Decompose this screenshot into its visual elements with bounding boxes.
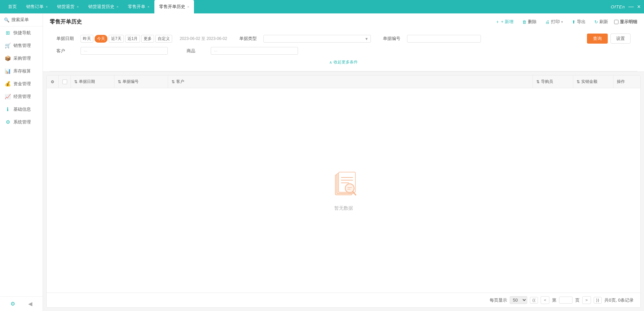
collapse-icon[interactable]: ◀: [28, 301, 32, 307]
display-detail-toggle[interactable]: 显示明细: [614, 19, 637, 25]
filter-actions: 查询 设置: [587, 34, 631, 44]
new-icon: ＋: [495, 19, 500, 25]
search-icon: 🔍: [4, 17, 9, 22]
next-page-btn[interactable]: ＞: [582, 296, 591, 304]
customer-label: 客户: [56, 48, 75, 54]
header-checkbox[interactable]: [62, 80, 67, 84]
refresh-button[interactable]: ↻ 刷新: [592, 17, 611, 26]
th-check[interactable]: [59, 75, 71, 88]
collapse-row[interactable]: ∧ 收起更多条件: [56, 58, 631, 68]
empty-illustration: [327, 170, 360, 200]
empty-state: 暂无数据: [47, 88, 640, 293]
page-label-post: 页: [575, 297, 580, 303]
tab-retail-open-history[interactable]: 零售开单历史×: [154, 0, 194, 13]
sidebar-icon-finance: 💰: [5, 81, 11, 87]
sidebar-item-finance[interactable]: 💰资金管理: [0, 77, 43, 90]
sidebar-label-operations: 经营管理: [13, 94, 31, 100]
page-label-pre: 第: [552, 297, 556, 303]
delete-icon: 🗑: [522, 19, 527, 24]
th-num[interactable]: ⇅ 单据编号: [114, 75, 168, 88]
doc-type-select[interactable]: ▾: [263, 35, 371, 43]
th-amount[interactable]: ⇅ 实销金额: [573, 75, 613, 88]
minimize-btn[interactable]: —: [628, 4, 634, 10]
tab-close-retail-open[interactable]: ×: [147, 5, 149, 9]
th-guide[interactable]: ⇅ 导购员: [533, 75, 573, 88]
sidebar-item-basic-info[interactable]: ℹ基础信息: [0, 103, 43, 116]
sidebar-icon-operations: 📈: [5, 94, 11, 100]
sidebar-search-label: 搜索采单: [11, 17, 29, 23]
sidebar-icon-purchase-mgmt: 📦: [5, 55, 11, 61]
sidebar-icon-quick-nav: ⊞: [5, 30, 11, 36]
th-date[interactable]: ⇅ 单据日期: [71, 75, 114, 88]
sidebar-icon-basic-info: ℹ: [5, 106, 11, 112]
empty-text: 暂无数据: [334, 205, 353, 211]
sidebar-label-inventory: 库存核算: [13, 68, 31, 74]
sidebar-item-sales-mgmt[interactable]: 🛒销售管理: [0, 39, 43, 52]
page-header: 零售开单历史 ＋ + 新增 🗑 删除 🖨 打印 ▾: [43, 13, 644, 72]
tab-sales-return-history[interactable]: 销货退货历史×: [84, 0, 123, 13]
setting-button[interactable]: 设置: [610, 34, 631, 44]
tab-close-sales-return[interactable]: ×: [77, 5, 79, 9]
tab-sales-return[interactable]: 销货退货×: [52, 0, 83, 13]
last-page-btn[interactable]: ⟩⟩: [594, 297, 602, 304]
prev-page-btn[interactable]: ＜: [541, 296, 549, 304]
print-icon: 🖨: [545, 19, 550, 24]
new-button[interactable]: ＋ + 新增: [493, 17, 516, 26]
export-icon: ⬆: [572, 19, 576, 24]
tab-bar: 首页销售订单×销货退货×销货退货历史×零售开单×零售开单历史× OfTEn — …: [0, 0, 644, 13]
th-action: 操作: [613, 75, 640, 88]
page-title: 零售开单历史: [50, 18, 82, 25]
date-btn-自定义[interactable]: 自定义: [155, 35, 172, 43]
page-input[interactable]: 1: [559, 297, 573, 304]
sidebar-label-quick-nav: 快捷导航: [13, 30, 31, 36]
sidebar-bottom: ⚙ ◀: [0, 296, 43, 311]
query-button[interactable]: 查询: [587, 34, 608, 44]
sidebar-label-basic-info: 基础信息: [13, 106, 31, 112]
th-customer[interactable]: ⇅ 客户: [168, 75, 533, 88]
display-detail-checkbox[interactable]: [614, 20, 618, 24]
close-btn[interactable]: ×: [637, 3, 641, 10]
first-page-btn[interactable]: ⟨⟨: [530, 297, 538, 304]
sidebar-icon-inventory: 📊: [5, 68, 11, 74]
doc-type-label: 单据类型: [239, 36, 258, 42]
print-button[interactable]: 🖨 打印 ▾: [543, 17, 566, 26]
tab-close-sales-order[interactable]: ×: [46, 5, 48, 9]
sidebar-search[interactable]: 🔍 搜索采单: [0, 13, 43, 27]
date-btn-昨天[interactable]: 昨天: [81, 35, 93, 43]
date-btn-今天[interactable]: 今天: [95, 35, 107, 43]
customer-placeholder: ···: [84, 48, 87, 53]
sidebar-item-operations[interactable]: 📈经营管理: [0, 90, 43, 103]
delete-button[interactable]: 🗑 删除: [519, 17, 539, 26]
date-btn-更多[interactable]: 更多: [141, 35, 154, 43]
customer-input[interactable]: ···: [81, 47, 168, 55]
sidebar-icon-system: ⚙: [5, 119, 11, 125]
sidebar-item-quick-nav[interactable]: ⊞快捷导航: [0, 27, 43, 39]
sidebar-item-system[interactable]: ⚙系统管理: [0, 116, 43, 128]
export-button[interactable]: ⬆ 导出: [569, 17, 588, 26]
sidebar-item-inventory[interactable]: 📊库存核算: [0, 65, 43, 77]
table-area: ⚙ ⇅ 单据日期 ⇅ 单据编号 ⇅ 客户 ⇅ 导购员: [46, 75, 641, 308]
content-area: 零售开单历史 ＋ + 新增 🗑 删除 🖨 打印 ▾: [43, 13, 644, 311]
tab-close-sales-return-history[interactable]: ×: [116, 5, 118, 9]
refresh-icon: ↻: [594, 19, 598, 24]
per-page-select[interactable]: 102050100: [510, 296, 527, 304]
tab-close-retail-open-history[interactable]: ×: [187, 5, 189, 9]
doc-num-input[interactable]: [407, 35, 481, 43]
goods-placeholder: ···: [214, 48, 217, 53]
filter-area: 单据日期 昨天今天近7天近1月更多自定义 2023-06-02 至 2023-0…: [50, 30, 637, 71]
doc-type-arrow: ▾: [365, 36, 368, 41]
sidebar-item-purchase-mgmt[interactable]: 📦采购管理: [0, 52, 43, 65]
date-btn-近7天[interactable]: 近7天: [109, 35, 124, 43]
settings-icon[interactable]: ⚙: [10, 301, 15, 307]
window-controls: OfTEn — ×: [611, 3, 641, 10]
goods-input[interactable]: ···: [211, 47, 298, 55]
goods-label: 商品: [187, 48, 205, 54]
sidebar-label-system: 系统管理: [13, 119, 31, 125]
sidebar-label-purchase-mgmt: 采购管理: [13, 55, 31, 61]
tab-retail-open[interactable]: 零售开单×: [123, 0, 154, 13]
date-label: 单据日期: [56, 36, 75, 42]
tab-sales-order[interactable]: 销售订单×: [21, 0, 52, 13]
date-btn-近1月[interactable]: 近1月: [125, 35, 140, 43]
tab-home[interactable]: 首页: [3, 0, 21, 13]
th-gear[interactable]: ⚙: [47, 75, 59, 88]
